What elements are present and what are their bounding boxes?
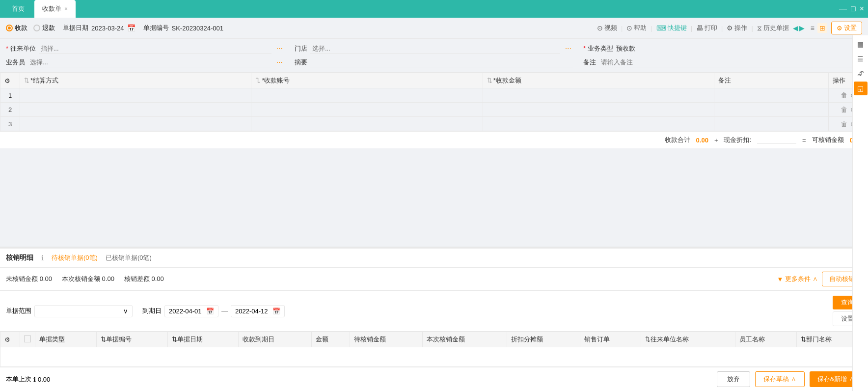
help-label: 帮助 bbox=[634, 24, 647, 32]
help-btn[interactable]: ⊙ 帮助 bbox=[626, 24, 647, 32]
abandon-btn[interactable]: 放弃 bbox=[717, 371, 750, 387]
view-grid-icon[interactable]: ⊞ bbox=[817, 23, 827, 33]
table-header-row: ⚙ ⇅*结算方式 ⇅*收款账号 ⇅*收款金额 备注 操作 bbox=[0, 73, 868, 88]
counterparty-more-icon[interactable]: ··· bbox=[274, 44, 285, 53]
row-3-settlement[interactable] bbox=[20, 117, 251, 131]
writeoff-title: 核销明细 bbox=[6, 253, 33, 262]
radio-refund-label: 退款 bbox=[42, 24, 55, 32]
number-label: 单据编号 bbox=[143, 24, 169, 32]
range-field: 单据范围 ∨ bbox=[6, 305, 133, 317]
writeoff-info-icon[interactable]: ℹ bbox=[41, 254, 44, 262]
counterparty-field: * 往来单位 ··· bbox=[6, 44, 285, 54]
tab-close-icon[interactable]: × bbox=[64, 5, 68, 12]
right-panel-table-icon[interactable]: ▦ bbox=[854, 37, 868, 51]
draft-btn[interactable]: 保存草稿 ∧ bbox=[755, 371, 805, 387]
remark-input[interactable] bbox=[599, 57, 862, 67]
col-sales-order: 销售订单 bbox=[580, 332, 641, 347]
required-star: * bbox=[6, 45, 8, 52]
video-label: 视频 bbox=[604, 24, 617, 32]
print-icon: 🖶 bbox=[696, 24, 703, 32]
calendar-from-icon[interactable]: 📅 bbox=[206, 307, 214, 315]
row-1-delete-icon[interactable]: 🗑 bbox=[841, 91, 847, 99]
row-3-remark[interactable] bbox=[714, 117, 829, 131]
video-btn[interactable]: ⊙ 视频 bbox=[597, 24, 617, 32]
row-2-settlement[interactable] bbox=[20, 103, 251, 117]
writeoff-diff: 核销差额 0.00 bbox=[124, 275, 164, 283]
business-type-value: 预收款 bbox=[616, 44, 635, 53]
date-calendar-icon[interactable]: 📅 bbox=[127, 24, 136, 32]
row-3-amount[interactable] bbox=[483, 117, 714, 131]
row-2-amount[interactable] bbox=[483, 103, 714, 117]
search-section: 单据范围 ∨ 到期日 2022-04-01 📅 — 2022-04-12 📅 查… bbox=[0, 291, 868, 332]
tab-active[interactable]: 收款单 × bbox=[34, 0, 76, 18]
staff-more-icon[interactable]: ··· bbox=[274, 58, 285, 67]
bottom-gear-header[interactable]: ⚙ bbox=[0, 332, 20, 347]
range-select[interactable]: ∨ bbox=[34, 305, 133, 317]
window-min-icon[interactable]: — bbox=[839, 4, 847, 13]
col-staff: 员工名称 bbox=[735, 332, 797, 347]
settings-button[interactable]: ⚙ 设置 bbox=[831, 22, 862, 34]
bottom-info-icon[interactable]: ℹ bbox=[33, 376, 36, 383]
sep4: | bbox=[721, 25, 723, 32]
radio-refund[interactable]: 退款 bbox=[33, 24, 55, 32]
radio-receive[interactable]: 收款 bbox=[6, 24, 27, 32]
operate-icon: ⚙ bbox=[727, 24, 733, 32]
view-list-icon[interactable]: ≡ bbox=[809, 23, 816, 33]
date-to-box[interactable]: 2022-04-12 📅 bbox=[231, 305, 285, 317]
done-tab[interactable]: 已核销单据(0笔) bbox=[106, 253, 152, 262]
date-to-value: 2022-04-12 bbox=[235, 307, 268, 315]
counterparty-input[interactable] bbox=[39, 44, 271, 54]
shortcut-btn[interactable]: ⌨ 快捷键 bbox=[656, 24, 687, 32]
row-1-remark[interactable] bbox=[714, 88, 829, 103]
window-max-icon[interactable]: □ bbox=[851, 4, 856, 13]
pending-tab[interactable]: 待核销单据(0笔) bbox=[52, 253, 98, 262]
row-3-delete-icon[interactable]: 🗑 bbox=[841, 120, 847, 128]
row-1-settlement[interactable] bbox=[20, 88, 251, 103]
row-num-3: 3 bbox=[0, 117, 20, 131]
col-counterparty: ⇅往来单位名称 bbox=[641, 332, 735, 347]
range-dropdown-icon: ∨ bbox=[123, 307, 128, 315]
row-num-2: 2 bbox=[0, 103, 20, 117]
right-panel-expand-icon[interactable]: ◱ bbox=[854, 82, 868, 95]
row-1-amount[interactable] bbox=[483, 88, 714, 103]
col-header-settlement: ⇅*结算方式 bbox=[20, 73, 251, 88]
nav-next-icon[interactable]: ▶ bbox=[799, 24, 805, 32]
calendar-to-icon[interactable]: 📅 bbox=[272, 307, 280, 315]
operate-btn[interactable]: ⚙ 操作 bbox=[727, 24, 747, 32]
right-panel-attach-icon[interactable]: 🖇 bbox=[854, 67, 868, 81]
store-more-icon[interactable]: ··· bbox=[563, 44, 573, 53]
date-from-box[interactable]: 2022-04-01 📅 bbox=[164, 305, 218, 317]
range-label: 单据范围 bbox=[6, 307, 31, 315]
nav-prev-icon[interactable]: ◀ bbox=[793, 24, 798, 32]
more-filter-btn[interactable]: ▼ 更多条件 ∧ bbox=[777, 275, 818, 283]
duedate-field: 到期日 2022-04-01 📅 — 2022-04-12 📅 bbox=[142, 305, 285, 317]
gear-header[interactable]: ⚙ bbox=[0, 73, 20, 88]
print-btn[interactable]: 🖶 打印 bbox=[696, 24, 717, 32]
date-value: 2023-03-24 bbox=[91, 25, 124, 32]
history-btn[interactable]: ⧖ 历史单据 bbox=[757, 24, 789, 32]
select-all-checkbox[interactable] bbox=[24, 335, 31, 342]
window-close-icon[interactable]: × bbox=[860, 4, 864, 13]
filter-label: 更多条件 ∧ bbox=[785, 275, 818, 283]
row-2-account[interactable] bbox=[251, 103, 483, 117]
row-1-account[interactable] bbox=[251, 88, 483, 103]
tab-home[interactable]: 首页 bbox=[4, 0, 32, 18]
row-2-delete-icon[interactable]: 🗑 bbox=[841, 106, 847, 113]
staff-input[interactable] bbox=[28, 57, 271, 67]
bottom-info-label: 本单上次 bbox=[6, 375, 31, 384]
row-3-account[interactable] bbox=[251, 117, 483, 131]
empty-row bbox=[0, 347, 868, 367]
row-2-remark[interactable] bbox=[714, 103, 829, 117]
col-bill-no: ⇅单据编号 bbox=[96, 332, 167, 347]
history-icon: ⧖ bbox=[757, 24, 762, 32]
discount-input[interactable] bbox=[757, 136, 796, 144]
table-wrap: ⚙ ⇅*结算方式 ⇅*收款账号 ⇅*收款金额 备注 操作 1 bbox=[0, 73, 868, 131]
right-panel-list-icon[interactable]: ☰ bbox=[854, 52, 868, 66]
form-row-2: 业务员 ··· 摘要 备注 bbox=[6, 57, 862, 67]
store-input[interactable] bbox=[310, 44, 560, 54]
bottom-info-value: 0.00 bbox=[38, 376, 50, 383]
date-range-sep: — bbox=[221, 307, 228, 315]
col-due-date: 收款到期日 bbox=[239, 332, 311, 347]
print-label: 打印 bbox=[705, 24, 717, 32]
summary-input[interactable] bbox=[310, 57, 573, 67]
